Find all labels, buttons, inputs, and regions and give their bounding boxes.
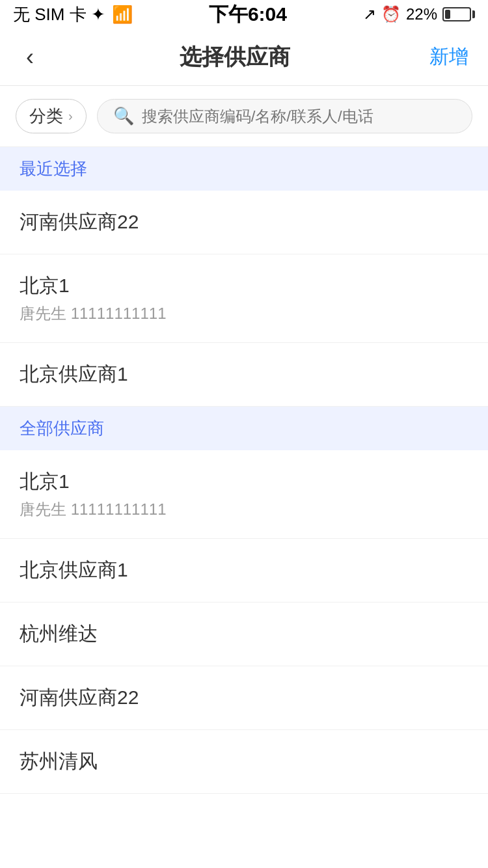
list-item[interactable]: 北京供应商1 [0,539,488,603]
wifi-icon: 📶 [112,5,133,25]
filter-bar: 分类 › 🔍 [0,86,488,147]
list-item[interactable]: 北京1 唐先生 11111111111 [0,254,488,343]
sim-status: 无 SIM 卡 ✦ [13,3,105,26]
back-button[interactable]: ‹ [20,37,40,77]
all-section-header: 全部供应商 [0,407,488,450]
chevron-right-icon: › [68,109,73,124]
recent-section-header: 最近选择 [0,147,488,191]
search-input[interactable] [142,107,456,126]
search-box: 🔍 [97,99,472,133]
alarm-icon: ⏰ [381,5,401,23]
recent-items-list: 河南供应商22 北京1 唐先生 11111111111 北京供应商1 [0,191,488,407]
item-name: 杭州维达 [20,621,468,647]
item-name: 北京供应商1 [20,361,468,388]
item-name: 苏州清风 [20,748,468,775]
item-subtitle: 唐先生 11111111111 [20,303,468,324]
list-item[interactable]: 北京供应商1 [0,343,488,407]
category-label: 分类 [29,105,63,128]
list-item[interactable]: 苏州清风 [0,730,488,794]
item-name: 北京供应商1 [20,557,468,584]
item-name: 河南供应商22 [20,685,468,711]
list-item[interactable]: 河南供应商22 [0,191,488,254]
add-button[interactable]: 新增 [429,44,468,70]
status-left: 无 SIM 卡 ✦ 📶 [13,3,133,26]
list-item[interactable]: 北京1 唐先生 11111111111 [0,450,488,539]
nav-bar: ‹ 选择供应商 新增 [0,29,488,86]
battery-percent: 22% [406,5,437,23]
page-title: 选择供应商 [180,42,290,72]
battery-indicator [442,7,475,21]
status-time: 下午6:04 [209,1,287,28]
all-items-list: 北京1 唐先生 11111111111 北京供应商1 杭州维达 河南供应商22 … [0,450,488,794]
item-name: 北京1 [20,468,468,495]
item-name: 北京1 [20,273,468,299]
item-subtitle: 唐先生 11111111111 [20,499,468,520]
status-bar: 无 SIM 卡 ✦ 📶 下午6:04 ↗ ⏰ 22% [0,0,488,29]
location-icon: ↗ [363,5,376,23]
category-button[interactable]: 分类 › [16,99,87,133]
list-item[interactable]: 杭州维达 [0,603,488,666]
status-right: ↗ ⏰ 22% [363,5,475,23]
item-name: 河南供应商22 [20,209,468,236]
search-icon: 🔍 [113,106,134,126]
list-item[interactable]: 河南供应商22 [0,666,488,730]
